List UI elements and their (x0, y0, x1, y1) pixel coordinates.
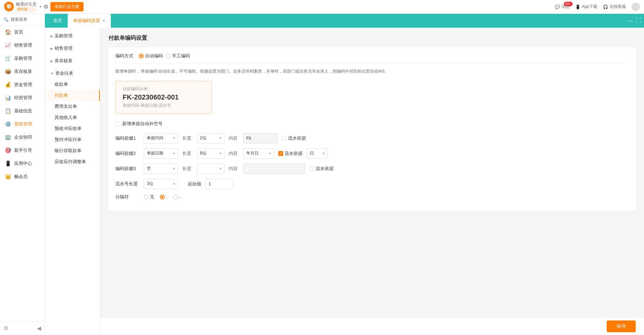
auto-code-radio-dot (139, 54, 144, 58)
prefix2-select[interactable]: 单据日期 ▾ (144, 148, 178, 159)
main-layout: 🔍 搜索菜单 🏠 首页 📈 销售管理 🛒 采购管理 📦 库存核算 💰 资金管理 … (0, 14, 644, 335)
sidebar-item-home[interactable]: 🏠 首页 (0, 26, 45, 39)
sub-group-inventory-title[interactable]: ▶ 库存核算 (45, 55, 100, 66)
content3-value (243, 164, 305, 174)
auto-code-radio[interactable]: 自动编码 (139, 53, 163, 59)
prefix3-arrow-icon: ▾ (173, 167, 175, 170)
start-value-input[interactable]: 1 (205, 179, 233, 189)
content2-select[interactable]: 年月日 ▾ (243, 148, 274, 159)
search-menu-button[interactable]: 🔍 搜索菜单 (0, 14, 45, 26)
sub-group-inventory: ▶ 库存核算 (45, 55, 100, 66)
stream2-day-select[interactable]: 日 ▾ (307, 148, 327, 159)
sub-item-prepay-offset[interactable]: 预收冲应收单 (45, 123, 100, 134)
sub-group-capital-title[interactable]: ▼ 资金往来 (45, 68, 100, 79)
sep-dot-radio[interactable]: . (160, 194, 167, 199)
sidebar-item-system[interactable]: ⚙️ 系统管理 (0, 118, 45, 131)
serial-row: 流水号长度 3位 ▾ 起始值 1 (115, 179, 629, 189)
serial-arrow-icon: ▾ (173, 182, 175, 186)
user-avatar[interactable] (632, 3, 640, 11)
manual-code-radio-dot (166, 54, 171, 58)
message-button[interactable]: 💬 消息 99+ (555, 4, 570, 10)
sidebar-item-finance[interactable]: 💰 资金管理 (0, 78, 45, 91)
stream2-checkbox[interactable]: ✓ 流水依据 (278, 150, 302, 157)
stream2-checkbox-box: ✓ (278, 151, 283, 156)
length3-arrow-icon: ▾ (220, 167, 221, 170)
arrow-down-icon: ▼ (50, 72, 54, 75)
code-example-box: 当前编码示例： FK-20230602-001 单据代码-单据日期-流水号 (115, 81, 212, 114)
length2-select[interactable]: 8位 ▾ (197, 148, 224, 159)
stream1-checkbox[interactable]: 流水依据 (282, 135, 306, 141)
finance-icon: 💰 (5, 82, 11, 88)
prefix1-label: 编码前缀1 (115, 135, 140, 141)
prefix3-label: 编码前缀3 (115, 166, 140, 172)
home-icon: 🏠 (5, 29, 11, 35)
sub-item-payment[interactable]: 付款单 (45, 90, 100, 101)
arrow-icon: ▶ (50, 47, 53, 50)
operation-icon: 📊 (5, 95, 11, 101)
sep-none-radio[interactable]: 无 (144, 194, 154, 200)
auto-fill-checkbox[interactable] (115, 121, 120, 126)
tab-encoding-settings[interactable]: 单据编码设置 ✕ (68, 14, 111, 28)
prefix1-arrow-icon: ▾ (173, 136, 175, 140)
length1-select[interactable]: 2位 ▾ (197, 133, 224, 143)
sub-item-expense[interactable]: 费用支出单 (45, 101, 100, 112)
sidebar-item-basic[interactable]: 📋 基础信息 (0, 104, 45, 118)
brand-icon: 畅 (4, 2, 14, 11)
arrow-icon: ▶ (50, 59, 53, 63)
sidebar-item-membership[interactable]: 👑 畅会员 (0, 170, 45, 183)
content3-label: 内容 (229, 166, 238, 172)
content-wrapper: ▶ 采购管理 ▶ 销售管理 ▶ 库存核算 (45, 28, 644, 335)
sub-group-capital: ▼ 资金往来 收款单 付款单 费用支出单 其他收入单 预收冲应收单 预付冲应付单… (45, 68, 100, 167)
trial-button[interactable]: 体验行业方案 (50, 2, 84, 11)
length3-select[interactable]: ▾ (197, 164, 224, 174)
sidebar-item-enterprise[interactable]: 🏢 企业协同 (0, 131, 45, 144)
info-text: 新增单据时，'单据编码'自动生成，不可编辑。前缀设置为部门、业务员等档案类，开单… (115, 68, 629, 75)
serial-length-select[interactable]: 3位 ▾ (144, 179, 178, 189)
stream3-checkbox[interactable]: 流水依据 (309, 166, 334, 172)
sub-item-receipt[interactable]: 收款单 (45, 79, 100, 90)
sub-group-purchase-title[interactable]: ▶ 采购管理 (45, 30, 100, 41)
arrow-icon: ▶ (50, 34, 53, 38)
sidebar-item-purchase[interactable]: 🛒 采购管理 (0, 52, 45, 65)
code-example-sub: 单据代码-单据日期-流水号 (123, 103, 205, 109)
page-title: 付款单编码设置 (108, 35, 636, 42)
tab-home[interactable]: 首页 (48, 14, 68, 28)
dropdown-arrow-icon[interactable]: ▾ (39, 4, 41, 9)
sidebar-settings-icon[interactable]: ⚙ (3, 325, 8, 332)
topbar-left: 畅 畅通好生意 插件版 ▾ ⚙ 体验行业方案 (4, 2, 84, 11)
sidebar-collapse-icon[interactable]: ◀ (37, 325, 41, 332)
topbar-right: 💬 消息 99+ 📱 App下载 🎧 在线客服 (555, 3, 640, 11)
sep-none-dot (144, 195, 148, 199)
separator-label: 分隔符 (115, 194, 140, 200)
sep-dash-radio[interactable]: - (173, 194, 181, 199)
sidebar-item-inventory[interactable]: 📦 库存核算 (0, 65, 45, 78)
stream1-checkbox-box (282, 136, 287, 141)
sub-item-adjust[interactable]: 应收应付调整单 (45, 156, 100, 167)
app-download-button[interactable]: 📱 App下载 (575, 4, 597, 10)
prefix1-select[interactable]: 单据代码 ▾ (144, 133, 178, 143)
sidebar-item-appcenter[interactable]: 📱 应用中心 (0, 157, 45, 170)
brand-text: 畅通好生意 插件版 (16, 2, 37, 11)
tabbar-actions: — ⛶ (627, 18, 641, 24)
online-service-button[interactable]: 🎧 在线客服 (603, 4, 626, 10)
membership-icon: 👑 (5, 174, 11, 180)
main-content: 付款单编码设置 编码方式 自动编码 手工编码 (100, 28, 644, 317)
tab-close-icon[interactable]: ✕ (102, 19, 105, 23)
save-button[interactable]: 保存 (607, 320, 636, 332)
tabbar-minimize-icon[interactable]: — (627, 18, 633, 24)
sidebar-item-sales[interactable]: 📈 销售管理 (0, 39, 45, 52)
sub-item-bank[interactable]: 银行存取款单 (45, 145, 100, 156)
message-badge: 99+ (564, 2, 573, 6)
system-icon: ⚙️ (5, 121, 11, 127)
settings-icon[interactable]: ⚙ (44, 3, 48, 10)
sub-item-advance-offset[interactable]: 预付冲应付单 (45, 134, 100, 145)
sidebar-item-operation[interactable]: 📊 经营管理 (0, 91, 45, 104)
manual-code-radio[interactable]: 手工编码 (166, 53, 190, 59)
tabbar-maximize-icon[interactable]: ⛶ (636, 18, 641, 24)
sub-group-sales-title[interactable]: ▶ 销售管理 (45, 43, 100, 54)
sidebar-item-guide[interactable]: 🎯 新手引导 (0, 144, 45, 157)
prefix3-select[interactable]: 空 ▾ (144, 164, 178, 174)
sub-group-purchase: ▶ 采购管理 (45, 30, 100, 41)
message-icon: 💬 (555, 4, 560, 9)
sub-item-other-income[interactable]: 其他收入单 (45, 112, 100, 123)
